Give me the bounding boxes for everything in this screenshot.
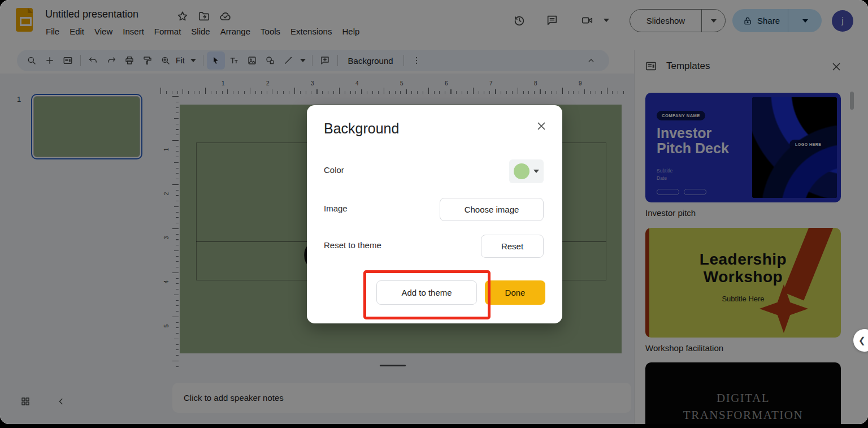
color-dropdown-caret — [533, 170, 539, 173]
image-label: Image — [324, 204, 348, 213]
chevron-left-icon: ❮ — [858, 335, 866, 345]
choose-image-button[interactable]: Choose image — [440, 198, 544, 221]
reset-to-theme-label: Reset to theme — [324, 240, 381, 250]
close-dialog-icon[interactable] — [535, 120, 548, 132]
color-label: Color — [324, 165, 344, 175]
current-color-swatch — [514, 163, 530, 179]
done-button[interactable]: Done — [485, 280, 545, 305]
highlight-annotation-rectangle — [363, 270, 491, 319]
slides-app-window: Untitled presentation File Edit View Ins… — [0, 0, 868, 424]
reset-button[interactable]: Reset — [481, 235, 544, 258]
background-color-picker[interactable] — [509, 159, 544, 183]
dialog-title: Background — [324, 120, 399, 137]
